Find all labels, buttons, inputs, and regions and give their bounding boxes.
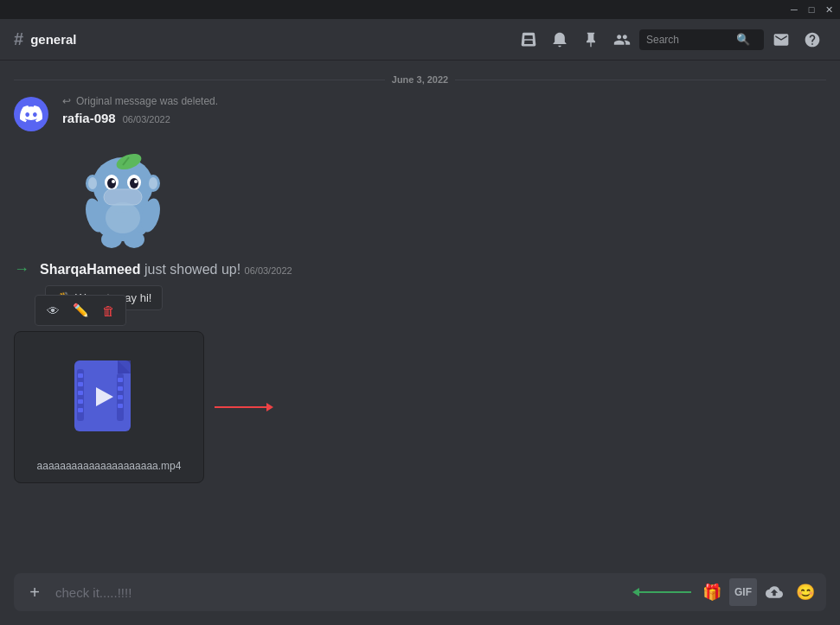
channel-header: # general 🔍	[0, 19, 840, 61]
svg-point-7	[130, 178, 138, 188]
divider-line-right	[455, 80, 826, 80]
svg-rect-28	[78, 408, 83, 412]
svg-point-19	[106, 202, 140, 233]
svg-rect-22	[118, 360, 131, 373]
members-icon[interactable]	[608, 26, 636, 54]
svg-rect-25	[78, 382, 83, 386]
message-header: rafia-098 06/03/2022	[62, 111, 826, 125]
file-attachment: aaaaaaaaaaaaaaaaaaaaa.mp4	[14, 331, 204, 483]
svg-point-18	[124, 231, 144, 248]
inbox-icon[interactable]	[767, 26, 795, 54]
search-bar[interactable]: 🔍	[639, 29, 764, 50]
svg-rect-31	[118, 386, 123, 391]
svg-point-14	[149, 177, 157, 189]
date-divider: June 3, 2022	[14, 74, 826, 85]
message-input-container: + 🎁 GIF 😊	[14, 573, 826, 611]
green-arrow-head	[632, 588, 639, 596]
svg-rect-26	[78, 391, 83, 395]
reply-indicator: ↩ Original message was deleted.	[62, 95, 826, 107]
reply-text: Original message was deleted.	[76, 95, 218, 107]
svg-rect-30	[118, 378, 123, 382]
reply-icon: ↩	[62, 95, 71, 107]
red-arrow-head	[266, 403, 273, 411]
emoji-button[interactable]: 😊	[792, 578, 819, 606]
svg-point-13	[88, 177, 97, 189]
svg-point-8	[112, 180, 115, 183]
file-icon-container	[25, 342, 193, 456]
join-arrow-icon: →	[14, 260, 29, 278]
attachment-message: 👁 ✏️ 🗑	[0, 310, 840, 490]
red-arrow	[215, 403, 273, 411]
green-arrow-line	[639, 591, 691, 593]
svg-point-9	[134, 180, 138, 183]
view-button[interactable]: 👁	[41, 298, 65, 322]
attachment-actions: 👁 ✏️ 🗑	[35, 295, 126, 326]
file-name: aaaaaaaaaaaaaaaaaaaaa.mp4	[25, 460, 193, 472]
date-divider-text: June 3, 2022	[392, 74, 448, 85]
svg-rect-32	[118, 395, 123, 399]
input-area: + 🎁 GIF 😊	[0, 573, 840, 625]
svg-point-17	[101, 231, 122, 248]
join-message: → SharqaHameed just showed up! 06/03/202…	[0, 257, 840, 282]
add-attachment-button[interactable]: +	[21, 578, 48, 606]
help-icon[interactable]	[798, 26, 826, 54]
divider-line-left	[14, 80, 385, 80]
green-arrow	[632, 588, 691, 596]
join-text-container: SharqaHameed just showed up! 06/03/2022	[40, 262, 292, 277]
upload-button[interactable]	[760, 578, 788, 606]
search-icon: 🔍	[736, 33, 750, 46]
maximize-button[interactable]: □	[804, 2, 819, 17]
red-arrow-line	[215, 406, 266, 408]
sticker	[62, 129, 183, 250]
titlebar: ─ □ ✕	[0, 0, 840, 19]
close-button[interactable]: ✕	[821, 2, 837, 17]
svg-point-6	[107, 178, 116, 188]
message-group: ↩ Original message was deleted. rafia-09…	[0, 92, 840, 257]
channel-name: general	[30, 32, 76, 47]
threads-icon[interactable]	[515, 26, 542, 54]
gif-button[interactable]: GIF	[729, 578, 757, 606]
svg-rect-24	[78, 373, 83, 378]
timestamp: 06/03/2022	[123, 114, 170, 124]
join-timestamp: 06/03/2022	[245, 265, 292, 276]
username: rafia-098	[62, 111, 116, 125]
edit-button[interactable]: ✏️	[68, 298, 93, 322]
channel-title: # general	[14, 29, 76, 49]
delete-button[interactable]: 🗑	[96, 298, 120, 322]
minimize-button[interactable]: ─	[786, 2, 802, 17]
avatar	[14, 97, 48, 131]
chat-area: June 3, 2022 ↩ Original message was dele…	[0, 61, 840, 573]
join-action: just showed up!	[144, 262, 240, 277]
channel-hash-icon: #	[14, 29, 23, 49]
pin-icon[interactable]	[577, 26, 605, 54]
sticker-container	[62, 129, 183, 250]
file-row: aaaaaaaaaaaaaaaaaaaaa.mp4	[14, 331, 826, 483]
message-content: ↩ Original message was deleted. rafia-09…	[62, 95, 826, 253]
file-icon-svg	[70, 356, 148, 443]
svg-rect-27	[78, 399, 83, 404]
header-icons: 🔍	[515, 26, 826, 54]
svg-rect-33	[118, 404, 123, 408]
input-actions: 🎁 GIF 😊	[698, 578, 819, 606]
gift-button[interactable]: 🎁	[698, 578, 726, 606]
message-input[interactable]	[55, 577, 615, 609]
join-username: SharqaHameed	[40, 262, 141, 277]
search-input[interactable]	[646, 34, 733, 46]
bell-icon[interactable]	[546, 26, 574, 54]
